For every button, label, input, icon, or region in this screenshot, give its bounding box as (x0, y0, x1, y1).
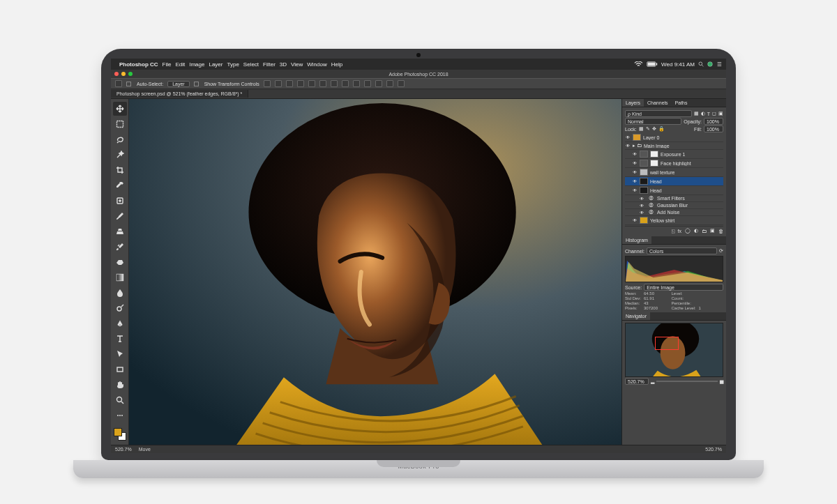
layer-name[interactable]: Exposure 1 (661, 152, 723, 157)
layer-visibility-icon[interactable]: 👁 (632, 152, 638, 156)
menu-window[interactable]: Window (307, 61, 326, 68)
opacity-field[interactable]: 100% (704, 118, 723, 125)
canvas[interactable] (129, 99, 621, 445)
path-select-tool[interactable] (113, 347, 127, 361)
layer-row[interactable]: 👁Face highlight (625, 159, 723, 168)
menubar-clock[interactable]: Wed 9:41 AM (661, 61, 695, 68)
document-tabbar[interactable]: Photoshop screen.psd @ 521% (feather edg… (111, 89, 726, 99)
notification-center-icon[interactable] (716, 61, 722, 67)
blur-tool[interactable] (113, 286, 127, 300)
align-icon[interactable] (308, 80, 315, 87)
layer-list[interactable]: 👁Layer 0👁▸ 🗀Main Image👁Exposure 1👁Face h… (625, 133, 723, 225)
right-panels[interactable]: Layers Channels Paths ρ Kind ▦ ◐ T ◻ (621, 99, 726, 445)
zoom-out-icon[interactable]: ▂ (651, 379, 654, 384)
layer-row[interactable]: 👁Yellow shirt (625, 216, 723, 225)
zoom-slider[interactable] (656, 381, 718, 382)
lock-all-icon[interactable]: 🔒 (658, 126, 665, 132)
hist-source-dropdown[interactable]: Entire Image (644, 284, 723, 291)
macos-menubar[interactable]: Photoshop CC File Edit Image Layer Type … (111, 59, 726, 70)
color-swatch[interactable] (114, 428, 126, 441)
layer-name[interactable]: Smart Filters (657, 196, 723, 201)
layer-visibility-icon[interactable]: 👁 (632, 170, 638, 174)
distribute-icon[interactable] (342, 80, 349, 87)
hist-refresh-icon[interactable]: ⟳ (719, 248, 723, 254)
layer-row[interactable]: 👁Head (625, 177, 723, 186)
app-name[interactable]: Photoshop CC (119, 61, 158, 68)
link-layers-icon[interactable]: ⍂ (672, 229, 674, 234)
menu-view[interactable]: View (291, 61, 303, 68)
layer-name[interactable]: wall texture (650, 170, 723, 175)
navigator-panel[interactable]: Navigator (622, 312, 726, 445)
folder-icon[interactable]: ▸ 🗀 (633, 143, 642, 148)
lock-paint-icon[interactable]: ✎ (646, 126, 650, 132)
layer-row[interactable]: 👁wall texture (625, 168, 723, 177)
auto-select-dropdown[interactable]: Layer (167, 81, 190, 87)
toolbox[interactable] (111, 99, 129, 445)
layer-name[interactable]: Head (650, 188, 723, 193)
zoom-tool[interactable] (113, 393, 127, 407)
delete-layer-icon[interactable]: 🗑 (718, 229, 723, 234)
menu-layer[interactable]: Layer (209, 61, 223, 68)
tab-navigator[interactable]: Navigator (622, 312, 650, 320)
wifi-icon[interactable] (634, 61, 643, 67)
layer-row[interactable]: 👁▸ 🗀Main Image (625, 142, 723, 150)
navigator-thumbnail[interactable] (625, 323, 723, 377)
layer-row[interactable]: 👁⦿Gaussian Blur (625, 202, 723, 209)
layer-name[interactable]: Main Image (644, 144, 723, 148)
foreground-color[interactable] (114, 428, 122, 436)
layer-visibility-icon[interactable]: 👁 (639, 197, 644, 201)
gradient-tool[interactable] (113, 270, 127, 284)
3d-mode-icon[interactable] (398, 80, 405, 87)
layer-mask-icon[interactable]: ◯ (685, 228, 691, 234)
eyedropper-tool[interactable] (113, 178, 127, 192)
layer-visibility-icon[interactable]: 👁 (632, 179, 638, 183)
pen-tool[interactable] (113, 316, 127, 330)
filter-pixel-icon[interactable]: ▦ (694, 111, 699, 116)
distribute-icon[interactable] (364, 80, 371, 87)
status-zoom-left[interactable]: 520.7% (115, 447, 132, 452)
menu-edit[interactable]: Edit (175, 61, 185, 68)
spot-heal-tool[interactable] (113, 194, 127, 208)
layer-group-icon[interactable]: 🗀 (702, 229, 707, 234)
layer-fx-icon[interactable]: fx (678, 229, 681, 234)
rectangle-tool[interactable] (113, 362, 127, 376)
siri-icon[interactable] (707, 61, 713, 67)
align-icon[interactable] (275, 80, 282, 87)
history-brush-tool[interactable] (113, 240, 127, 254)
layer-row[interactable]: 👁Head (625, 186, 723, 195)
distribute-icon[interactable] (375, 80, 382, 87)
lock-trans-icon[interactable]: ▦ (639, 126, 644, 132)
align-icon[interactable] (319, 80, 326, 87)
filter-type-icon[interactable]: T (707, 112, 710, 116)
distribute-icon[interactable] (353, 80, 360, 87)
layer-visibility-icon[interactable]: 👁 (632, 188, 638, 192)
zoom-in-icon[interactable]: ▅ (720, 379, 723, 384)
document-tab[interactable]: Photoshop screen.psd @ 521% (feather edg… (111, 90, 248, 98)
layer-visibility-icon[interactable]: 👁 (639, 204, 644, 208)
clone-stamp-tool[interactable] (113, 224, 127, 238)
layer-name[interactable]: Layer 0 (643, 135, 723, 140)
tab-histogram[interactable]: Histogram (622, 236, 651, 244)
show-transform-checkbox[interactable] (194, 82, 199, 86)
layer-row[interactable]: 👁Exposure 1 (625, 150, 723, 159)
menu-select[interactable]: Select (243, 61, 259, 68)
align-icon[interactable] (264, 80, 271, 87)
histogram-panel[interactable]: Histogram Channel: Colors ⟳ (622, 236, 726, 312)
layer-row[interactable]: 👁⦿Add Noise (625, 209, 723, 216)
options-bar[interactable]: Auto-Select: Layer Show Transform Contro… (111, 78, 726, 89)
tab-paths[interactable]: Paths (672, 99, 691, 107)
layer-visibility-icon[interactable]: 👁 (632, 218, 638, 222)
layer-visibility-icon[interactable]: 👁 (625, 135, 631, 139)
fill-field[interactable]: 100% (704, 125, 723, 132)
filter-smart-icon[interactable]: ▣ (718, 111, 723, 116)
layer-name[interactable]: Face highlight (661, 161, 723, 166)
menu-file[interactable]: File (163, 61, 172, 68)
distribute-icon[interactable] (386, 80, 393, 87)
blend-mode-dropdown[interactable]: Normal (625, 118, 681, 125)
menu-filter[interactable]: Filter (263, 61, 276, 68)
filter-adjust-icon[interactable]: ◐ (701, 111, 705, 116)
layer-row[interactable]: 👁Layer 0 (625, 133, 723, 142)
menu-image[interactable]: Image (189, 61, 204, 68)
layers-panel[interactable]: Layers Channels Paths ρ Kind ▦ ◐ T ◻ (622, 99, 726, 236)
navigator-viewport-box[interactable] (655, 337, 679, 350)
